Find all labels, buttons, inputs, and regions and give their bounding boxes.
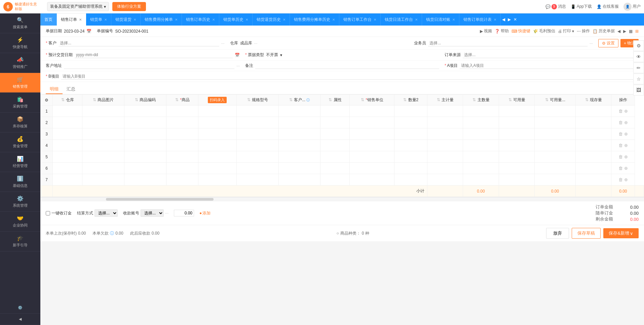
row-code-2[interactable] (124, 117, 166, 128)
row-goods-1[interactable] (166, 106, 198, 117)
col-settings-header[interactable]: ⚙ (41, 95, 53, 106)
discard-button[interactable]: 放弃 (546, 228, 569, 239)
row-main-qty-2[interactable] (463, 117, 499, 128)
row-unit-2[interactable] (350, 117, 394, 128)
shortcut-action[interactable]: ⌨ 快捷键 (512, 28, 530, 34)
delete-icon[interactable]: 🗑 (618, 120, 623, 125)
tab-summary[interactable]: 汇总 (63, 85, 79, 94)
row-main-qty-1[interactable] (463, 106, 499, 117)
sidebar-item-base-info[interactable]: ℹ️ 基础信息 (0, 172, 40, 192)
row-attr-1[interactable] (320, 106, 350, 117)
grid-icon[interactable]: ▦ (629, 29, 633, 34)
help-action[interactable]: ❓ 帮助 (495, 28, 509, 34)
tab-order-workbench[interactable]: 销售订单工作台 ✕ (339, 13, 381, 26)
a-project-input[interactable] (460, 63, 639, 69)
tab-cash-reconcile[interactable]: 钱货日清对账 ✕ (422, 13, 459, 26)
calendar-icon[interactable]: 📅 (86, 29, 91, 34)
staff-input[interactable] (428, 40, 588, 46)
tab-close-icon[interactable]: ✕ (332, 18, 335, 22)
row-unit-1[interactable] (350, 106, 394, 117)
right-icon-settings[interactable]: ⚙ (633, 40, 644, 51)
nav-next-icon[interactable]: ▶ (623, 29, 626, 34)
tab-stats[interactable]: 销售订单统计表 ✕ (459, 13, 501, 26)
expand-icon[interactable]: ⊞ (635, 29, 639, 34)
horizontal-scrollbar[interactable] (40, 197, 644, 201)
add-item-button[interactable]: ● 添加 (199, 210, 211, 216)
tab-expense-history[interactable]: 销售费用分摊单历史 ✕ (290, 13, 339, 26)
tab-sales-return[interactable]: 销货退货 ✕ (111, 13, 141, 26)
view-action[interactable]: ▶ 视频 (480, 28, 492, 34)
tab-prev-button[interactable]: ◀ (501, 17, 506, 22)
tab-close-icon[interactable]: ✕ (245, 18, 248, 22)
order-source-input[interactable] (463, 52, 635, 58)
online-service-button[interactable]: 👤 在线客服 (597, 4, 619, 9)
copy-icon[interactable]: ⊕ (624, 154, 628, 159)
settlement-select[interactable]: 选择... (94, 209, 118, 217)
right-icon-view[interactable]: 👁 (633, 51, 644, 62)
app-download-button[interactable]: 📱 App下载 (571, 4, 592, 9)
sidebar-item-sales[interactable]: 🛒 销售管理 (0, 73, 40, 93)
message-button[interactable]: 💬 9 消息 (545, 4, 566, 9)
tab-close-icon[interactable]: ✕ (494, 18, 496, 22)
sidebar-item-search[interactable]: 🔍 搜索菜单 (0, 13, 40, 33)
delete-icon[interactable]: 🗑 (618, 154, 623, 159)
invoice-chevron-icon[interactable]: ▾ (280, 53, 282, 57)
copy-icon[interactable]: ⊕ (624, 177, 628, 182)
tab-order-history[interactable]: 销售订单历史 ✕ (182, 13, 219, 26)
copy-icon[interactable]: ⊕ (624, 166, 628, 171)
right-icon-edit[interactable]: ✏ (633, 63, 644, 73)
tab-sales-order[interactable]: 销售订单 ✕ (57, 13, 86, 26)
row-code-1[interactable] (124, 106, 166, 117)
tab-close-icon[interactable]: ✕ (79, 18, 82, 22)
delete-icon[interactable]: 🗑 (618, 143, 623, 148)
row-goods-2[interactable] (166, 117, 198, 128)
b-project-input[interactable] (61, 73, 639, 80)
row-customer-code-1[interactable] (278, 106, 320, 117)
tab-close-icon[interactable]: ✕ (415, 18, 418, 22)
one-click-checkbox[interactable]: 一键收订金 (46, 210, 72, 216)
calendar2-icon[interactable]: 📅 (235, 53, 240, 57)
sidebar-item-finance[interactable]: 💰 资金管理 (0, 132, 40, 152)
sidebar-collapse-button[interactable]: ◀ (0, 314, 40, 325)
delete-icon[interactable]: 🗑 (618, 131, 623, 136)
warehouse-more-icon[interactable]: ··· (254, 41, 258, 46)
row-spec-2[interactable] (236, 117, 278, 128)
right-icon-image[interactable]: 🖼 (633, 85, 644, 95)
save-draft-button[interactable]: 保存草稿 (572, 228, 601, 239)
row-warehouse-1[interactable] (53, 106, 82, 117)
note-input[interactable] (255, 63, 439, 69)
scrollbar-thumb[interactable] (106, 198, 214, 201)
customer-more-icon[interactable]: ··· (221, 41, 225, 46)
row-warehouse-2[interactable] (53, 117, 82, 128)
address-more-icon[interactable]: ··· (236, 64, 240, 68)
sidebar-item-inventory[interactable]: 📦 库存核算 (0, 113, 40, 132)
print-action[interactable]: 🖨 打印 ▾ (558, 28, 574, 34)
history-action[interactable]: 📋 历史单据 (593, 28, 615, 34)
nav-prev-icon[interactable]: ◀ (617, 29, 620, 34)
tab-close-icon[interactable]: ✕ (175, 18, 178, 22)
account-more-icon[interactable]: ··· (165, 211, 168, 215)
copy-icon[interactable]: ⊕ (624, 131, 628, 136)
sidebar-item-purchase[interactable]: 🛍️ 采购管理 (0, 93, 40, 113)
sidebar-item-guide[interactable]: 🎓 新手引导 (0, 232, 40, 251)
address-input[interactable] (64, 63, 234, 69)
delete-icon[interactable]: 🗑 (618, 109, 623, 114)
delete-icon[interactable]: 🗑 (618, 177, 623, 182)
tab-close-icon[interactable]: ✕ (104, 18, 107, 22)
system-selector[interactable]: 装备及固定资产辅助管理系统 ▾ (47, 2, 109, 11)
tab-close-icon[interactable]: ✕ (212, 18, 215, 22)
profit-action[interactable]: 🌾 毛利预估 (533, 28, 555, 34)
row-attr-2[interactable] (320, 117, 350, 128)
tab-next-button[interactable]: ▶ (506, 17, 512, 22)
row-customer-code-2[interactable] (278, 117, 320, 128)
account-select[interactable]: 选择... (141, 209, 164, 217)
tab-close-icon[interactable]: ✕ (134, 18, 136, 22)
copy-icon[interactable]: ⊕ (624, 120, 628, 125)
tab-goods-history[interactable]: 销货单历史 ✕ (219, 13, 253, 26)
industry-button[interactable]: 体验行业方案 (112, 2, 146, 11)
delete-icon[interactable]: 🗑 (618, 166, 623, 171)
row-spec-1[interactable] (236, 106, 278, 117)
tab-close-icon[interactable]: ✕ (452, 18, 455, 22)
tab-sales-goods[interactable]: 销货单 ✕ (86, 13, 111, 26)
row-qty2-2[interactable] (394, 117, 427, 128)
